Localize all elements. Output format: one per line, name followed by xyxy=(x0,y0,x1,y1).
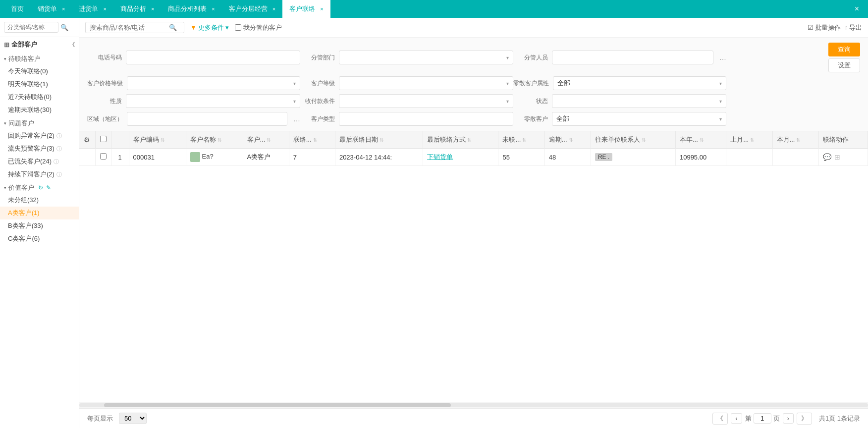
close-sales-tab[interactable]: × xyxy=(62,0,65,18)
nav-tab-purchase[interactable]: 进货单 × xyxy=(72,0,113,18)
retail-customer-select[interactable]: 全部 ▾ xyxy=(552,112,726,126)
sidebar-item-overdue[interactable]: 逾期未联络(30) xyxy=(0,104,79,116)
sort-category-icon[interactable]: ⇅ xyxy=(267,137,271,143)
value-customers-triangle: ▾ xyxy=(4,185,6,190)
row-contact: 7 xyxy=(289,149,335,166)
sort-contact-icon[interactable]: ⇅ xyxy=(313,137,317,143)
close-purchase-tab[interactable]: × xyxy=(103,0,106,18)
filter-search-input[interactable] xyxy=(90,24,169,31)
row-checkbox[interactable] xyxy=(100,153,107,160)
row-unit-contact: RE . xyxy=(591,149,675,166)
sort-overdue-icon[interactable]: ⇅ xyxy=(569,137,573,143)
sidebar-group-value-customers[interactable]: ▾ 价值客户 ↻ ✎ xyxy=(0,181,79,194)
row-last-contact-date: 2023-04-12 14:44: xyxy=(335,149,423,166)
query-button[interactable]: 查询 xyxy=(828,43,860,56)
price-level-select[interactable]: ▾ xyxy=(127,76,300,90)
close-goods-analysis-list-tab[interactable]: × xyxy=(212,0,215,18)
sidebar-item-ungrouped[interactable]: 未分组(32) xyxy=(0,194,79,207)
sidebar-item-declining[interactable]: 持续下滑客户(2) ⓘ xyxy=(0,168,79,181)
payment-terms-arrow: ▾ xyxy=(506,99,509,104)
region-input[interactable] xyxy=(127,112,287,126)
scrollbar-thumb[interactable] xyxy=(104,403,451,407)
page-size-label: 每页显示 xyxy=(87,414,113,423)
sidebar-item-c-type[interactable]: C类客户(6) xyxy=(0,232,79,245)
sidebar-search-icon[interactable]: 🔍 xyxy=(60,24,68,31)
retail-attr-select[interactable]: 全部 ▾ xyxy=(553,76,726,90)
sidebar-item-a-type[interactable]: A类客户(1) xyxy=(0,207,79,219)
sort-name-icon[interactable]: ⇅ xyxy=(217,137,221,143)
sidebar-item-abnormal-repurchase[interactable]: 回购异常客户(2) ⓘ xyxy=(0,129,79,142)
edit-icon[interactable]: ✎ xyxy=(46,184,51,191)
filter-more-conditions[interactable]: ▼ 更多条件 ▾ xyxy=(190,23,229,32)
message-action-icon[interactable]: 💬 xyxy=(823,153,831,161)
filter-search-icon[interactable]: 🔍 xyxy=(169,24,177,31)
manager-dots[interactable]: … xyxy=(719,54,726,61)
last-page-button[interactable]: 》 xyxy=(797,413,812,425)
next-page-button[interactable]: › xyxy=(783,413,794,424)
all-customers-header[interactable]: ⊞ 全部客户 《 xyxy=(0,37,79,52)
filter-field-retail-attr: 零散客户属性 全部 ▾ xyxy=(513,76,726,90)
sidebar-item-today-pending[interactable]: 今天待联络(0) xyxy=(0,65,79,78)
row-last-month xyxy=(726,149,772,166)
app-close-button[interactable]: × xyxy=(850,4,864,13)
filter-bar: 🔍 ▼ 更多条件 ▾ 我分管的客户 ☑ 批量操作 ↑ 导出 xyxy=(79,18,868,38)
nav-home-tab[interactable]: 首页 xyxy=(4,0,31,18)
sort-unit-contact-icon[interactable]: ⇅ xyxy=(642,137,646,143)
select-all-checkbox[interactable] xyxy=(100,136,107,142)
nav-tab-customer-contact[interactable]: 客户联络 × xyxy=(282,0,330,18)
my-customers-checkbox[interactable] xyxy=(235,24,241,31)
sidebar-group-problem-customers[interactable]: ▾ 问题客户 xyxy=(0,116,79,129)
sort-method-icon[interactable]: ⇅ xyxy=(467,137,471,143)
close-customer-contact-tab[interactable]: × xyxy=(320,0,323,18)
row-last-contact-method: 下销货单 xyxy=(423,149,498,166)
customer-level-select[interactable]: ▾ xyxy=(339,76,513,90)
nav-tab-goods-analysis-list[interactable]: 商品分析列表 × xyxy=(161,0,221,18)
refresh-icon[interactable]: ↻ xyxy=(38,184,43,191)
phone-input[interactable] xyxy=(126,51,300,64)
sidebar-search-area: 🔍 xyxy=(0,18,79,37)
sort-no-contact-icon[interactable]: ⇅ xyxy=(522,137,526,143)
grid-action-icon[interactable]: ⊞ xyxy=(834,153,840,161)
sort-last-month-icon[interactable]: ⇅ xyxy=(750,137,754,143)
sidebar-item-tomorrow-pending[interactable]: 明天待联络(1) xyxy=(0,78,79,91)
payment-terms-select[interactable]: ▾ xyxy=(339,94,513,108)
sort-this-year-icon[interactable]: ⇅ xyxy=(700,137,704,143)
settings-button[interactable]: 设置 xyxy=(828,58,860,72)
export-button[interactable]: ↑ 导出 xyxy=(845,23,863,32)
nav-tab-customer-tier[interactable]: 客户分层经营 × xyxy=(222,0,282,18)
filter-field-price-level: 客户价格等级 ▾ xyxy=(87,76,300,90)
table-gear-icon[interactable]: ⚙ xyxy=(84,136,90,144)
row-this-month xyxy=(772,149,818,166)
sidebar-item-churn-warning[interactable]: 流失预警客户(3) ⓘ xyxy=(0,142,79,155)
close-customer-tier-tab[interactable]: × xyxy=(272,0,275,18)
prev-page-button[interactable]: ‹ xyxy=(731,413,742,424)
customer-type-input[interactable] xyxy=(339,112,513,126)
nav-tab-goods-analysis[interactable]: 商品分析 × xyxy=(113,0,161,18)
collapse-sidebar-button[interactable]: 《 xyxy=(69,41,75,49)
sidebar-item-b-type[interactable]: B类客户(33) xyxy=(0,219,79,232)
col-header-index xyxy=(111,131,129,149)
last-contact-method-link[interactable]: 下销货单 xyxy=(427,153,453,160)
sidebar-item-week-pending[interactable]: 近7天待联络(0) xyxy=(0,91,79,104)
nature-select[interactable]: ▾ xyxy=(126,94,300,108)
sort-date-icon[interactable]: ⇅ xyxy=(380,137,383,143)
first-page-button[interactable]: 《 xyxy=(712,413,728,425)
horizontal-scrollbar[interactable] xyxy=(79,402,868,408)
page-number-input[interactable] xyxy=(754,413,771,424)
batch-op-button[interactable]: ☑ 批量操作 xyxy=(808,23,841,32)
page-size-select[interactable]: 50 10 20 100 xyxy=(119,413,147,424)
status-select[interactable]: ▾ xyxy=(552,94,726,108)
col-header-last-month: 上月... ⇅ xyxy=(726,131,772,149)
close-goods-analysis-tab[interactable]: × xyxy=(151,0,154,18)
manager-input[interactable] xyxy=(552,51,713,64)
dept-select[interactable]: ▾ xyxy=(339,51,513,64)
sidebar-search-input[interactable] xyxy=(4,22,58,33)
sort-code-icon[interactable]: ⇅ xyxy=(161,137,164,143)
region-dots[interactable]: … xyxy=(293,115,300,123)
nav-tab-sales[interactable]: 销货单 × xyxy=(31,0,72,18)
filter-field-region: 区域（地区） … xyxy=(87,112,300,126)
my-customers-checkbox-label[interactable]: 我分管的客户 xyxy=(235,23,282,32)
sidebar-group-pending-contact[interactable]: ▾ 待联络客户 xyxy=(0,52,79,65)
sidebar-item-churned[interactable]: 已流失客户(24) ⓘ xyxy=(0,155,79,168)
sort-this-month-icon[interactable]: ⇅ xyxy=(796,137,800,143)
